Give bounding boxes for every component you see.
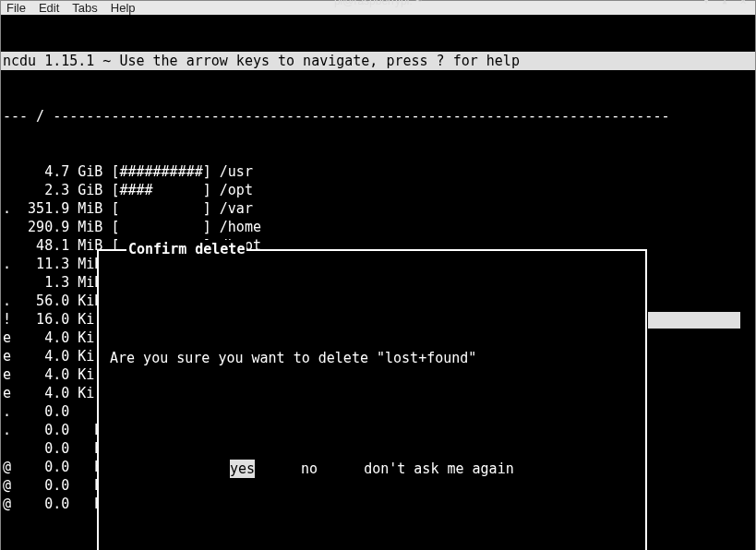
list-item[interactable]: 2.3 GiB [#### ] /opt (1, 181, 755, 199)
window-title: pi@raspberrypi: ~ (334, 0, 422, 7)
dialog-dont-ask-button[interactable]: don't ask me again (364, 460, 514, 478)
dialog-buttons: yes no don't ask me again (110, 460, 634, 478)
window-controls: ▾ ▴ ✕ (700, 0, 750, 7)
dialog-message: Are you sure you want to delete "lost+fo… (110, 349, 634, 367)
menu-tabs[interactable]: Tabs (72, 1, 97, 15)
list-item[interactable]: . 351.9 MiB [ ] /var (1, 199, 755, 218)
list-item[interactable]: 290.9 MiB [ ] /home (1, 218, 755, 236)
selection-highlight (648, 312, 740, 329)
menu-file[interactable]: File (6, 1, 26, 15)
ncdu-header: ncdu 1.15.1 ~ Use the arrow keys to navi… (1, 52, 755, 70)
close-icon[interactable]: ✕ (737, 0, 750, 7)
dialog-title: Confirm delete (126, 240, 246, 258)
menu-edit[interactable]: Edit (39, 1, 59, 15)
dialog-yes-button[interactable]: yes (230, 460, 255, 478)
terminal-window: pi@raspberrypi: ~ ▾ ▴ ✕ File Edit Tabs H… (0, 0, 756, 550)
maximize-icon[interactable]: ▴ (718, 0, 731, 7)
menu-help[interactable]: Help (111, 1, 136, 15)
terminal-area[interactable]: ncdu 1.15.1 ~ Use the arrow keys to navi… (1, 15, 755, 550)
dialog-no-button[interactable]: no (301, 460, 318, 478)
minimize-icon[interactable]: ▾ (700, 0, 713, 7)
ncdu-path: --- / ----------------------------------… (1, 107, 755, 126)
confirm-delete-dialog: Confirm delete Are you sure you want to … (97, 249, 647, 550)
list-item[interactable]: 4.7 GiB [##########] /usr (1, 162, 755, 181)
